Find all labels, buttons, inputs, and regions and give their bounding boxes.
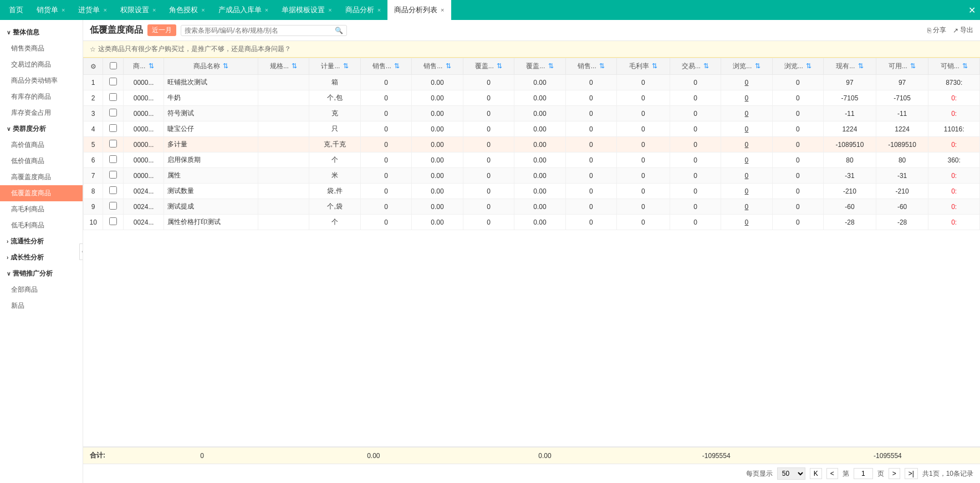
browse-link[interactable]: 0 <box>745 79 749 87</box>
nav-item-3[interactable]: 权限设置× <box>114 0 162 20</box>
nav-close-icon-6[interactable]: × <box>328 7 331 13</box>
browse-link[interactable]: 0 <box>745 110 749 118</box>
sort-icon-browse2[interactable]: ⇅ <box>804 62 811 70</box>
row-checkbox[interactable] <box>109 124 117 132</box>
row-checkbox[interactable] <box>109 93 117 101</box>
sidebar-item-1-2[interactable]: 高覆盖度商品 <box>0 169 83 185</box>
sort-icon-code[interactable]: ⇅ <box>146 62 154 70</box>
sort-icon-sellable[interactable]: ⇅ <box>961 62 968 70</box>
nav-item-1[interactable]: 销货单× <box>30 0 72 20</box>
page-input[interactable] <box>854 468 873 479</box>
sort-icon-available[interactable]: ⇅ <box>908 62 916 70</box>
nav-item-5[interactable]: 产成品入库单× <box>212 0 275 20</box>
col-header-sales_amt[interactable]: 销售... ⇅ <box>412 58 463 75</box>
sort-icon-trade[interactable]: ⇅ <box>702 62 709 70</box>
sidebar-item-1-5[interactable]: 低毛利商品 <box>0 217 83 233</box>
next-page-button[interactable]: > <box>889 468 900 479</box>
col-header-current_stock[interactable]: 现有... ⇅ <box>824 58 876 75</box>
sidebar-item-0-4[interactable]: 库存资金占用 <box>0 105 83 121</box>
row-checkbox[interactable] <box>109 78 117 85</box>
settings-icon[interactable]: ⚙ <box>90 63 96 70</box>
browse-link[interactable]: 0 <box>745 203 749 211</box>
sort-icon-name[interactable]: ⇅ <box>221 62 228 70</box>
browse-link[interactable]: 0 <box>745 141 749 149</box>
prev-page-button[interactable]: < <box>826 468 838 479</box>
nav-close-icon-8[interactable]: × <box>441 7 444 13</box>
export-button[interactable]: ↗ 导出 <box>953 26 973 35</box>
col-header-spec[interactable]: 规格... ⇅ <box>258 58 309 75</box>
nav-item-4[interactable]: 角色授权× <box>162 0 211 20</box>
nav-close-icon-5[interactable]: × <box>265 7 268 13</box>
browse-link[interactable]: 0 <box>745 156 749 164</box>
sidebar-item-1-0[interactable]: 高价值商品 <box>0 137 83 153</box>
cell-checkbox[interactable] <box>103 137 123 152</box>
cell-checkbox[interactable] <box>103 90 123 106</box>
browse-link[interactable]: 0 <box>745 94 749 102</box>
col-header-profit_rate[interactable]: 毛利率 ⇅ <box>617 58 670 75</box>
row-checkbox[interactable] <box>109 217 117 225</box>
nav-close-icon-4[interactable]: × <box>201 7 205 13</box>
cell-checkbox[interactable] <box>103 152 123 168</box>
sort-icon-browse1[interactable]: ⇅ <box>753 62 760 70</box>
browse-link[interactable]: 0 <box>745 125 749 133</box>
page-size-select[interactable]: 50 100 200 <box>777 467 805 480</box>
col-header-cover1[interactable]: 覆盖... ⇅ <box>463 58 514 75</box>
sort-icon-profit_rate[interactable]: ⇅ <box>650 62 657 70</box>
sidebar-group-1[interactable]: ∨类群度分析 <box>0 121 83 137</box>
sort-icon-cover1[interactable]: ⇅ <box>495 62 502 70</box>
row-checkbox[interactable] <box>109 171 117 179</box>
nav-close-icon-2[interactable]: × <box>103 7 106 13</box>
col-header-available[interactable]: 可用... ⇅ <box>876 58 928 75</box>
sort-icon-cover2[interactable]: ⇅ <box>546 62 553 70</box>
sort-icon-sales3[interactable]: ⇅ <box>598 62 605 70</box>
cell-browse1_link[interactable]: 0 <box>721 168 772 184</box>
sidebar-collapse-button[interactable]: « <box>79 243 83 260</box>
nav-close-icon-1[interactable]: × <box>62 7 65 13</box>
nav-item-7[interactable]: 商品分析× <box>339 0 387 20</box>
nav-item-6[interactable]: 单据模板设置× <box>275 0 338 20</box>
row-checkbox[interactable] <box>109 109 117 116</box>
select-all-checkbox[interactable] <box>110 62 117 69</box>
browse-link[interactable]: 0 <box>745 218 749 226</box>
cell-checkbox[interactable] <box>103 121 123 137</box>
col-header-cover2[interactable]: 覆盖... ⇅ <box>514 58 565 75</box>
row-checkbox[interactable] <box>109 202 117 210</box>
sidebar-item-0-1[interactable]: 交易过的商品 <box>0 57 83 73</box>
cell-checkbox[interactable] <box>103 106 123 121</box>
time-filter-button[interactable]: 近一月 <box>147 24 176 36</box>
sort-icon-current_stock[interactable]: ⇅ <box>856 62 863 70</box>
sidebar-group-3[interactable]: ›成长性分析 <box>0 250 83 266</box>
col-header-browse1[interactable]: 浏览... ⇅ <box>721 58 772 75</box>
first-page-button[interactable]: K <box>810 468 822 479</box>
cell-browse1_link[interactable]: 0 <box>721 184 772 199</box>
sort-icon-sales_qty[interactable]: ⇅ <box>392 62 400 70</box>
sort-icon-spec[interactable]: ⇅ <box>290 62 297 70</box>
row-checkbox[interactable] <box>109 155 117 163</box>
nav-close-icon-3[interactable]: × <box>152 7 156 13</box>
nav-item-8[interactable]: 商品分析列表× <box>387 0 451 20</box>
sidebar-item-4-0[interactable]: 全部商品 <box>0 282 83 298</box>
cell-browse1_link[interactable]: 0 <box>721 137 772 152</box>
sort-icon-unit[interactable]: ⇅ <box>341 62 348 70</box>
cell-browse1_link[interactable]: 0 <box>721 106 772 121</box>
cell-checkbox[interactable] <box>103 199 123 215</box>
col-header-name[interactable]: 商品名称 ⇅ <box>164 58 258 75</box>
sidebar-item-1-4[interactable]: 高毛利商品 <box>0 201 83 217</box>
browse-link[interactable]: 0 <box>745 187 749 195</box>
nav-close-icon-7[interactable]: × <box>377 7 381 13</box>
search-input[interactable] <box>185 27 333 34</box>
window-close-icon[interactable]: ✕ <box>968 5 976 16</box>
sidebar-item-1-3[interactable]: 低覆盖度商品 <box>0 185 83 201</box>
col-header-browse2[interactable]: 浏览... ⇅ <box>772 58 823 75</box>
cell-checkbox[interactable] <box>103 75 123 90</box>
col-header-sales3[interactable]: 销售... ⇅ <box>565 58 616 75</box>
sidebar-item-1-1[interactable]: 低价值商品 <box>0 153 83 169</box>
share-button[interactable]: ⎘ 分享 <box>927 26 946 35</box>
cell-browse1_link[interactable]: 0 <box>721 199 772 215</box>
browse-link[interactable]: 0 <box>745 172 749 180</box>
col-header-trade[interactable]: 交易... ⇅ <box>670 58 721 75</box>
row-checkbox[interactable] <box>109 140 117 148</box>
search-icon[interactable]: 🔍 <box>335 27 343 34</box>
cell-checkbox[interactable] <box>103 215 123 230</box>
sidebar-item-4-1[interactable]: 新品 <box>0 298 83 314</box>
